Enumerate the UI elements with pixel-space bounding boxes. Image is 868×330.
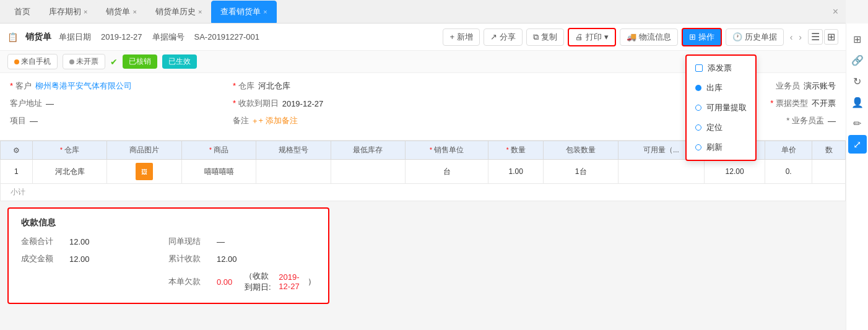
row-index: 1	[1, 160, 33, 184]
amount-total-row: 金额合计 12.00	[21, 235, 168, 248]
staff-area: 业务员 演示账号	[776, 80, 836, 92]
due-date-label: 收款到期日	[233, 98, 279, 109]
tab-sales[interactable]: 销货单 ×	[97, 1, 145, 23]
col-gear[interactable]: ⚙	[1, 141, 33, 160]
project-value: —	[30, 116, 38, 126]
share-button[interactable]: ↗ 分享	[484, 28, 523, 46]
dropdown-available-extract[interactable]: 可用量提取	[687, 98, 755, 118]
note-field: 备注 + + 添加备注	[233, 115, 406, 126]
tab-history[interactable]: 销货单历史 ×	[146, 1, 211, 23]
print-button[interactable]: 🖨 打印 ▾	[568, 28, 616, 46]
from-phone-button[interactable]: 来自手机	[7, 54, 58, 69]
tab-view-sales[interactable]: 查看销货单 ×	[211, 1, 276, 23]
copy-button[interactable]: ⧉ 复制	[526, 28, 564, 46]
refresh-label: 刷新	[706, 142, 723, 153]
summary-box: 收款信息 金额合计 12.00 同单现结 — 成交金额 12.00 累计收款 1…	[7, 207, 329, 304]
history-icon: 🕐	[732, 32, 742, 41]
tab-sales-close[interactable]: ×	[132, 8, 136, 15]
operation-button-label: 操作	[698, 32, 714, 43]
logistics-button-label: 物流信息	[639, 32, 671, 43]
product-image: 🖼	[136, 163, 153, 180]
row-pack-qty: 1台	[544, 160, 618, 184]
next-arrow[interactable]: ›	[796, 31, 804, 43]
address-value: —	[46, 99, 54, 108]
sidebar-link-icon[interactable]: 🔗	[848, 51, 867, 69]
sales-staff-field: * 业务员盂 —	[786, 115, 836, 126]
transaction-value: 12.00	[69, 254, 90, 264]
list-view-button[interactable]: ☰	[808, 29, 823, 45]
toolbar-right: + 新增 ↗ 分享 ⧉ 复制 🖨 打印 ▾ 🚚 物流信息 ⊞ 操作	[443, 28, 838, 46]
print-dropdown-icon: ▾	[604, 32, 609, 41]
row-qty: 1.00	[488, 160, 544, 184]
dropdown-locate[interactable]: 定位	[687, 118, 755, 137]
grid-view-button[interactable]: ⊞	[824, 29, 838, 45]
sales-staff-value: —	[828, 116, 836, 126]
from-phone-dot	[14, 59, 19, 64]
col-qty: * 数量	[488, 141, 544, 160]
sidebar-table-icon[interactable]: ⊞	[848, 30, 867, 48]
right-sidebar: ⊞ 🔗 ↻ 👤 ✏ ⤢	[846, 24, 868, 310]
operation-dropdown: 添发票 出库 可用量提取 定位 刷新	[685, 54, 757, 161]
address-field: 客户地址 —	[10, 98, 183, 109]
dropdown-add-invoice[interactable]: 添发票	[687, 58, 755, 78]
summary-title: 收款信息	[21, 217, 316, 228]
dropdown-outbound[interactable]: 出库	[687, 78, 755, 98]
row-available	[618, 160, 704, 184]
toolbar-left: 📋 销货单 单据日期 2019-12-27 单据编号 SA-20191227-0…	[7, 32, 259, 43]
tab-history-close[interactable]: ×	[198, 8, 202, 15]
add-note-button[interactable]: + + 添加备注	[253, 115, 298, 126]
ticket-type-field: 票据类型 不开票	[770, 98, 836, 109]
logistics-button[interactable]: 🚚 物流信息	[620, 28, 678, 46]
sidebar-refresh-icon[interactable]: ↻	[848, 72, 867, 90]
new-button[interactable]: + 新增	[443, 28, 479, 46]
sidebar-person-icon[interactable]: 👤	[848, 93, 867, 111]
not-opened-dot	[69, 59, 74, 64]
tab-history-label: 销货单历史	[155, 6, 196, 17]
sidebar-expand-icon[interactable]: ⤢	[848, 135, 867, 154]
history-button-label: 历史单据	[745, 32, 777, 43]
current-owed-value: 0.00	[217, 277, 232, 287]
not-opened-button[interactable]: 未开票	[63, 54, 105, 69]
tab-view-sales-close[interactable]: ×	[263, 8, 267, 15]
tab-home[interactable]: 首页	[5, 1, 40, 23]
dropdown-refresh[interactable]: 刷新	[687, 137, 755, 157]
project-field: 项目 —	[10, 115, 183, 126]
row-stock: 12.00	[704, 160, 765, 184]
col-min-stock: 最低库存	[331, 141, 405, 160]
history-button[interactable]: 🕐 历史单据	[726, 28, 784, 46]
col-warehouse: * 仓库	[32, 141, 106, 160]
row-min-stock	[331, 160, 405, 184]
operation-button[interactable]: ⊞ 操作	[682, 28, 722, 46]
same-order-row: 同单现结 —	[168, 235, 316, 248]
add-invoice-label: 添发票	[708, 63, 732, 74]
date-label: 单据日期	[59, 32, 91, 43]
close-all-tabs[interactable]: ×	[830, 4, 841, 20]
subtotal-row: 小计	[1, 184, 846, 201]
copy-icon: ⧉	[533, 32, 539, 42]
warehouse-field: 仓库 河北仓库	[233, 80, 406, 92]
transaction-row: 成交金额 12.00	[21, 252, 168, 266]
outbound-label: 出库	[706, 82, 723, 93]
row-product: 嘻嘻嘻嘻	[181, 160, 256, 184]
customer-field: 客户 柳州粤港平安气体有限公司	[10, 80, 183, 92]
confirmed-button[interactable]: 已核销	[123, 54, 157, 69]
share-button-label: 分享	[500, 32, 516, 43]
sidebar-edit-icon[interactable]: ✏	[848, 114, 867, 132]
due-date-field: 收款到期日 2019-12-27	[233, 98, 406, 109]
locate-label: 定位	[706, 122, 723, 133]
doc-icon: 📋	[7, 32, 18, 42]
due-note	[237, 277, 240, 287]
col-pack-qty: 包装数量	[544, 141, 618, 160]
effective-label: 已生效	[168, 57, 191, 66]
prev-arrow[interactable]: ‹	[788, 31, 796, 43]
not-opened-label: 未开票	[76, 56, 98, 67]
cumulative-label: 累计收款	[168, 253, 212, 264]
effective-button[interactable]: 已生效	[162, 54, 197, 69]
customer-value[interactable]: 柳州粤港平安气体有限公司	[35, 80, 132, 92]
tab-inventory-close[interactable]: ×	[84, 8, 87, 15]
code-label: 单据编号	[152, 32, 184, 43]
tab-inventory[interactable]: 库存期初 ×	[40, 1, 97, 23]
date-value: 2019-12-27	[101, 32, 142, 41]
current-owed-row: 本单欠款 0.00 （收款到期日: 2019-12-27 ）	[168, 269, 316, 294]
note-label: 备注	[233, 115, 249, 126]
